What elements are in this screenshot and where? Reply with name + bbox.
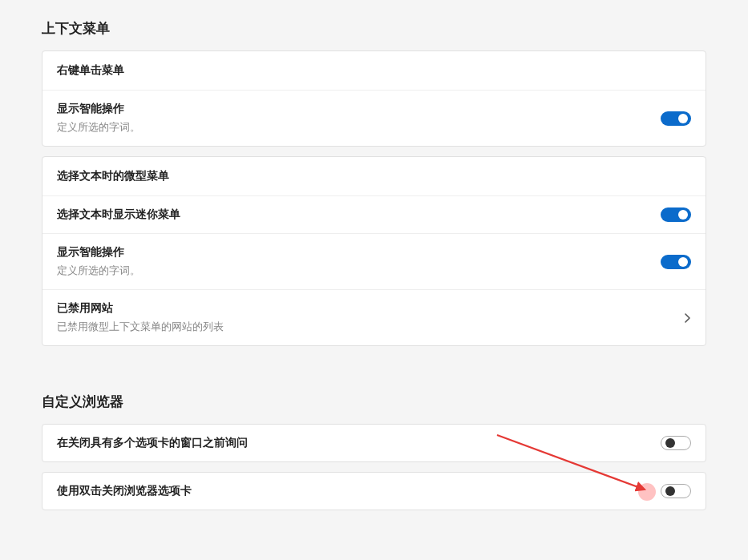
row-doubleclick-close: 使用双击关闭浏览器选项卡 [42, 473, 706, 510]
header-text: 右键单击菜单 [57, 63, 124, 78]
row-ask-before-closing: 在关闭具有多个选项卡的窗口之前询问 [42, 425, 706, 461]
row-texts: 选择文本时显示迷你菜单 [57, 207, 180, 222]
row-title: 显示智能操作 [57, 102, 140, 116]
toggle-knob [665, 438, 675, 448]
card-doubleclick-close: 使用双击关闭浏览器选项卡 [42, 472, 706, 510]
row-disabled-sites[interactable]: 已禁用网站 已禁用微型上下文菜单的网站的列表 [42, 289, 706, 345]
card-ask-before-closing: 在关闭具有多个选项卡的窗口之前询问 [42, 424, 706, 462]
row-show-mini-menu: 选择文本时显示迷你菜单 [42, 195, 706, 233]
row-subtitle: 已禁用微型上下文菜单的网站的列表 [57, 320, 224, 334]
row-subtitle: 定义所选的字词。 [57, 264, 140, 278]
toggle-smart-actions[interactable] [661, 111, 691, 126]
header-text: 选择文本时的微型菜单 [57, 169, 169, 183]
card-mini-menu: 选择文本时的微型菜单 选择文本时显示迷你菜单 显示智能操作 定义所选的字词。 已… [42, 156, 706, 346]
toggle-knob [678, 257, 688, 267]
row-smart-actions-2: 显示智能操作 定义所选的字词。 [42, 233, 706, 289]
toggle-knob [678, 114, 688, 123]
card-header: 右键单击菜单 [42, 51, 706, 90]
row-smart-actions: 显示智能操作 定义所选的字词。 [42, 90, 706, 146]
row-title: 已禁用网站 [57, 301, 224, 316]
toggle-doubleclick-close[interactable] [661, 484, 691, 498]
section-title-context-menu: 上下文菜单 [42, 19, 706, 38]
row-title: 在关闭具有多个选项卡的窗口之前询问 [57, 436, 248, 450]
toggle-ask-before-closing[interactable] [661, 436, 691, 450]
chevron-right-icon [685, 313, 691, 323]
card-header: 选择文本时的微型菜单 [42, 157, 706, 195]
toggle-knob [678, 210, 688, 220]
row-texts: 显示智能操作 定义所选的字词。 [57, 245, 140, 278]
row-title: 选择文本时显示迷你菜单 [57, 207, 180, 222]
toggle-smart-actions-2[interactable] [661, 255, 691, 269]
row-texts: 显示智能操作 定义所选的字词。 [57, 102, 140, 135]
row-texts: 已禁用网站 已禁用微型上下文菜单的网站的列表 [57, 301, 224, 334]
row-title: 显示智能操作 [57, 245, 140, 260]
toggle-knob [665, 486, 675, 496]
card-rightclick-menu: 右键单击菜单 显示智能操作 定义所选的字词。 [42, 50, 706, 147]
section-title-customize-browser: 自定义浏览器 [42, 393, 706, 411]
row-subtitle: 定义所选的字词。 [57, 121, 140, 135]
row-title: 使用双击关闭浏览器选项卡 [57, 484, 192, 498]
toggle-mini-menu[interactable] [661, 207, 691, 222]
